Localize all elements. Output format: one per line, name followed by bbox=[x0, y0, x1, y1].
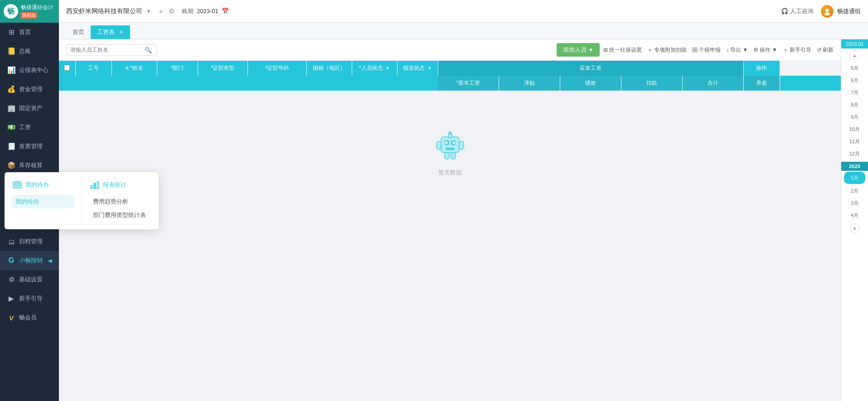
timeline-month-4[interactable]: 4月 bbox=[841, 209, 868, 222]
svg-point-0 bbox=[825, 9, 829, 12]
timeline-year-2023: 2023 bbox=[841, 162, 868, 171]
timeline-month-2[interactable]: 2月 bbox=[841, 185, 868, 197]
deduction-icon: ＋ bbox=[647, 46, 653, 54]
status-filter-icon[interactable]: ▼ bbox=[385, 66, 390, 71]
timeline-month-1-active[interactable]: 1月 bbox=[844, 172, 865, 184]
sidebar-item-funds[interactable]: 💰 资金管理 bbox=[0, 80, 59, 99]
service-button[interactable]: 🎧 人工咨询 bbox=[781, 7, 814, 15]
avatar bbox=[821, 5, 834, 18]
period-value: 2023-01 bbox=[197, 8, 218, 14]
username: 畅捷通组 bbox=[837, 7, 861, 15]
timeline-month-10[interactable]: 10月 bbox=[841, 123, 868, 135]
company-dropdown-icon[interactable]: ▼ bbox=[146, 8, 151, 14]
timeline-down-button[interactable]: ▼ bbox=[850, 223, 860, 233]
search-input[interactable] bbox=[70, 47, 143, 53]
timeline-month-9[interactable]: 9月 bbox=[841, 111, 868, 123]
topbar: 西安虾米网络科技有限公司 ▼ ＋ ⚙ 账期 2023-01 📅 🎧 人工咨询 畅… bbox=[59, 0, 868, 23]
popup-item-cost-trend[interactable]: 费用趋势分析 bbox=[89, 195, 152, 208]
guide-action[interactable]: ＋ 新手引导 bbox=[783, 46, 811, 54]
popup-item-dept-cost[interactable]: 部门费用类型统计表 bbox=[89, 208, 152, 222]
sidebar-item-basic[interactable]: ⚙ 基础设置 bbox=[0, 270, 59, 289]
timeline-up-button[interactable]: ▲ bbox=[850, 50, 860, 60]
main-area: 西安虾米网络科技有限公司 ▼ ＋ ⚙ 账期 2023-01 📅 🎧 人工咨询 畅… bbox=[59, 0, 868, 401]
sidebar-item-ledger[interactable]: 📒 总账 bbox=[0, 42, 59, 61]
timeline-month-7[interactable]: 7月 bbox=[841, 87, 868, 99]
sidebar-item-reports[interactable]: 📊 云报表中心 bbox=[0, 61, 59, 80]
popup-todo-icon bbox=[12, 179, 23, 190]
sidebar-item-invoice[interactable]: 🧾 发票管理 bbox=[0, 137, 59, 156]
tax-report-label: 个税申报 bbox=[699, 46, 721, 54]
th-checkbox[interactable] bbox=[59, 61, 75, 76]
timeline-panel: 2023.01 ▲ 5月 6月 7月 8月 9月 10月 11月 12月 202… bbox=[841, 39, 868, 401]
th-country: 国籍（地区） bbox=[306, 61, 352, 76]
sidebar-item-label: 资金管理 bbox=[19, 85, 43, 93]
settings-icon[interactable]: ⚙ bbox=[169, 7, 175, 15]
content-wrapper: 🔍 添加人员 ▼ ⊞ 统一社保设置 ＋ 专项附加扣除 国 bbox=[59, 39, 868, 401]
sort-icon: ⇅ bbox=[125, 66, 129, 71]
empty-state: 暂无数据 bbox=[59, 91, 841, 213]
social-insurance-action[interactable]: ⊞ 统一社保设置 bbox=[603, 46, 642, 54]
empty-robot-illustration bbox=[432, 127, 468, 163]
th-total: 合计 bbox=[682, 76, 743, 91]
invoice-icon: 🧾 bbox=[7, 142, 15, 150]
sidebar-item-guide[interactable]: ▶ 新手引导 bbox=[0, 289, 59, 308]
operations-action[interactable]: ⚙ 操作 ▼ bbox=[753, 46, 777, 54]
tab-salary[interactable]: 工资表 ✕ bbox=[91, 25, 130, 39]
svg-rect-2 bbox=[441, 137, 459, 153]
sidebar-item-archive[interactable]: 🗂 归档管理 bbox=[0, 232, 59, 251]
timeline-month-5[interactable]: 5月 bbox=[841, 62, 868, 74]
user-menu[interactable]: 畅捷通组 bbox=[821, 5, 861, 18]
timeline-month-6[interactable]: 6月 bbox=[841, 74, 868, 87]
popup-section1-header: 我的待办 bbox=[12, 179, 74, 190]
timeline-month-11[interactable]: 11月 bbox=[841, 135, 868, 148]
search-box[interactable]: 🔍 bbox=[66, 44, 157, 56]
ledger-icon: 📒 bbox=[7, 47, 15, 55]
assets-icon: 🏢 bbox=[7, 104, 15, 112]
search-icon[interactable]: 🔍 bbox=[145, 47, 152, 53]
svg-rect-14 bbox=[13, 182, 21, 188]
th-id-type: *证型类型 bbox=[198, 61, 247, 76]
sidebar-item-member[interactable]: V 畅会员 bbox=[0, 308, 59, 327]
timeline-month-3[interactable]: 3月 bbox=[841, 197, 868, 209]
deduction-action[interactable]: ＋ 专项附加扣除 bbox=[647, 46, 687, 54]
social-insurance-label: 统一社保设置 bbox=[609, 46, 642, 54]
headset-icon: 🎧 bbox=[781, 8, 788, 14]
sidebar-item-label: 固定资产 bbox=[19, 104, 43, 112]
add-company-icon[interactable]: ＋ bbox=[157, 6, 165, 17]
tax-report-action[interactable]: 国 个税申报 bbox=[692, 46, 721, 54]
popup-section2-header: 报表统计 bbox=[89, 179, 152, 190]
reports-icon: 📊 bbox=[7, 66, 15, 74]
sidebar-item-home[interactable]: ⊞ 首页 bbox=[0, 23, 59, 42]
popup-section1-title: 我的待办 bbox=[25, 181, 49, 189]
report-filter-icon[interactable]: ▼ bbox=[427, 66, 432, 71]
empty-row: 暂无数据 bbox=[59, 91, 841, 213]
select-all-checkbox[interactable] bbox=[64, 65, 70, 71]
timeline-header: 2023.01 bbox=[841, 39, 868, 48]
toolbar-actions: ⊞ 统一社保设置 ＋ 专项附加扣除 国 个税申报 ↓ 导出 ▼ bbox=[603, 46, 834, 54]
xiaochang-popup-menu: 我的待办 我的待办 报表统计 费用趋势分析 部门费用类型统计表 bbox=[5, 172, 159, 229]
svg-rect-19 bbox=[91, 185, 92, 188]
refresh-icon: ↺ bbox=[817, 47, 821, 53]
calendar-icon[interactable]: 📅 bbox=[222, 8, 229, 14]
timeline-month-8[interactable]: 8月 bbox=[841, 99, 868, 111]
sidebar-item-assets[interactable]: 🏢 固定资产 bbox=[0, 99, 59, 118]
export-action[interactable]: ↓ 导出 ▼ bbox=[726, 46, 748, 54]
add-person-button[interactable]: 添加人员 ▼ bbox=[557, 43, 600, 57]
tab-home[interactable]: 首页 bbox=[66, 25, 91, 39]
funds-icon: 💰 bbox=[7, 85, 15, 93]
popup-chart-icon bbox=[89, 179, 100, 190]
sidebar-item-label: 总账 bbox=[19, 47, 31, 55]
th-name: ⇅ *姓名 bbox=[112, 61, 157, 76]
th-salary-group: 应发工资 bbox=[438, 61, 743, 76]
sidebar-item-xiaochang[interactable]: G 小畅报销 ◀ bbox=[0, 251, 59, 270]
popup-item-my-todo[interactable]: 我的待办 bbox=[12, 195, 74, 208]
content-area: 🔍 添加人员 ▼ ⊞ 统一社保设置 ＋ 专项附加扣除 国 bbox=[59, 39, 841, 401]
sidebar-item-salary[interactable]: 💵 工资 bbox=[0, 118, 59, 137]
svg-rect-20 bbox=[94, 183, 96, 188]
operations-dropdown-icon: ▼ bbox=[772, 47, 777, 53]
timeline-month-12[interactable]: 12月 bbox=[841, 148, 868, 160]
tab-home-label: 首页 bbox=[73, 29, 84, 35]
tab-close-icon[interactable]: ✕ bbox=[119, 29, 124, 35]
th-number: 工号 bbox=[75, 61, 112, 76]
refresh-action[interactable]: ↺ 刷新 bbox=[817, 46, 834, 54]
